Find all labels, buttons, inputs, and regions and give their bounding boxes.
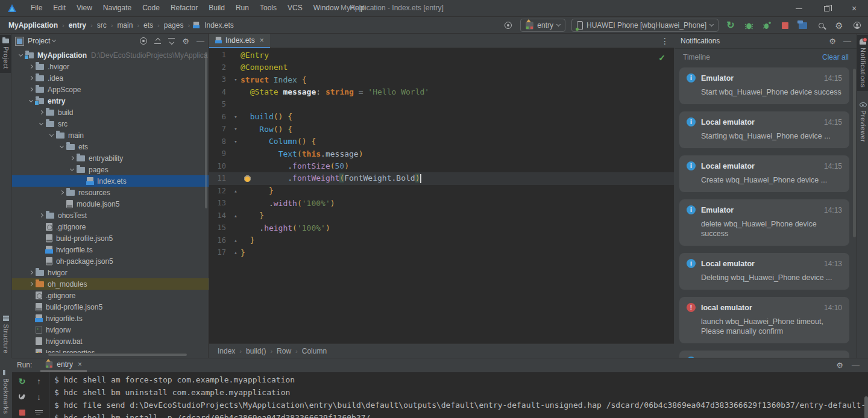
code-line-16[interactable]: 16▴ } (209, 234, 674, 247)
stop-button[interactable] (779, 19, 791, 31)
line-number[interactable]: 16 (209, 236, 231, 245)
expand-arrow-icon[interactable] (36, 123, 46, 125)
expand-arrow-icon[interactable] (26, 282, 36, 285)
editor-breadcrumb-item[interactable]: Column (301, 347, 328, 355)
line-number[interactable]: 9 (209, 149, 231, 158)
menu-item-refactor[interactable]: Refactor (165, 0, 203, 16)
tree-row-module-json5[interactable]: module.json5 (12, 198, 209, 210)
line-number[interactable]: 10 (209, 162, 231, 170)
line-number[interactable]: 11 (209, 174, 231, 182)
hide-panel-icon[interactable]: — (197, 37, 204, 45)
device-manager-button[interactable] (797, 19, 809, 31)
menu-item-tools[interactable]: Tools (254, 0, 282, 16)
code-line-10[interactable]: 10 .fontSize(50) (209, 160, 674, 173)
code-area[interactable]: 1@Entry2@Component3▾struct Index {4 @Sta… (209, 49, 674, 343)
rerun-icon[interactable]: ↻ (19, 376, 26, 386)
clear-all-link[interactable]: Clear all (822, 53, 849, 61)
device-selector[interactable]: HUAWEI Phone [wbqHuawei_Phone] (571, 19, 719, 32)
sidebar-item-bookmarks[interactable]: Bookmarks (0, 366, 11, 418)
line-number[interactable]: 8 (209, 137, 231, 146)
code-line-7[interactable]: 7▾ Row() { (209, 123, 674, 136)
soft-wrap-icon[interactable] (35, 410, 43, 416)
menu-item-code[interactable]: Code (137, 0, 165, 16)
stop-icon[interactable] (19, 410, 25, 416)
vertical-scrollbar[interactable] (864, 396, 868, 418)
menu-item-navigate[interactable]: Navigate (98, 0, 137, 16)
restore-button[interactable] (813, 0, 840, 17)
vertical-scrollbar[interactable] (853, 69, 856, 237)
tree-row-pages[interactable]: pages (12, 164, 209, 175)
breadcrumb-item[interactable]: ets (142, 21, 154, 30)
code-line-17[interactable]: 17▴} (209, 246, 674, 259)
collapse-all-icon[interactable] (168, 38, 175, 44)
sidebar-item-previewer[interactable]: Previewer (857, 99, 868, 146)
tree-row-local-properties[interactable]: local.properties (12, 347, 209, 353)
tree-row-resources[interactable]: resources (12, 187, 209, 198)
chevron-down-icon[interactable] (52, 38, 56, 42)
tree-row-build-profile-json5[interactable]: build-profile.json5 (12, 301, 209, 313)
code-line-2[interactable]: 2@Component (209, 61, 674, 74)
tree-row-ets[interactable]: ets (12, 141, 209, 152)
expand-arrow-icon[interactable] (36, 111, 46, 114)
module-selector[interactable]: entry (520, 19, 565, 32)
tree-row--hvigor[interactable]: .hvigor (12, 61, 209, 72)
editor-breadcrumb-item[interactable]: build() (245, 347, 267, 355)
code-line-14[interactable]: 14▴ } (209, 210, 674, 222)
hide-panel-icon[interactable]: — (843, 37, 851, 45)
code-line-8[interactable]: 8▾ Column() { (209, 136, 674, 148)
close-tab-icon[interactable]: × (78, 360, 82, 369)
inspection-ok-icon[interactable]: ✓ (658, 53, 665, 63)
up-arrow-icon[interactable]: ↑ (37, 376, 41, 386)
sidebar-item-notifications[interactable]: Notifications (857, 35, 868, 91)
tree-row-index-ets[interactable]: Index.ets (12, 175, 209, 187)
fold-marker-icon[interactable]: ▾ (231, 126, 241, 132)
wrench-icon[interactable] (19, 393, 26, 401)
line-number[interactable]: 5 (209, 100, 231, 108)
horizontal-scrollbar[interactable] (48, 354, 187, 356)
tree-row-oh-modules[interactable]: oh_modules (12, 278, 209, 290)
tree-row-main[interactable]: main (12, 129, 209, 141)
line-number[interactable]: 4 (209, 88, 231, 96)
code-line-11[interactable]: 11 .fontWeight(FontWeight.Bold) (209, 172, 674, 185)
fold-marker-icon[interactable]: ▾ (231, 114, 241, 120)
line-number[interactable]: 7 (209, 125, 231, 133)
breadcrumb-item[interactable]: entry (68, 21, 87, 30)
tree-row-entryability[interactable]: entryability (12, 152, 209, 164)
line-number[interactable]: 13 (209, 199, 231, 207)
tree-row-hvigorfile-ts[interactable]: hvigorfile.ts (12, 244, 209, 255)
menu-item-run[interactable]: Run (230, 0, 254, 16)
code-line-4[interactable]: 4 @State message: string = 'Hello World' (209, 86, 674, 99)
menu-item-window[interactable]: Window (308, 0, 345, 16)
fold-marker-icon[interactable]: ▾ (231, 76, 241, 83)
line-number[interactable]: 3 (209, 75, 231, 84)
tree-row-hvigorfile-ts[interactable]: hvigorfile.ts (12, 313, 209, 324)
expand-all-icon[interactable] (154, 38, 161, 44)
expand-arrow-icon[interactable] (67, 157, 77, 160)
menu-item-view[interactable]: View (71, 0, 98, 16)
menu-item-file[interactable]: File (25, 0, 48, 16)
expand-arrow-icon[interactable] (26, 76, 36, 80)
fold-marker-icon[interactable]: ▴ (231, 213, 241, 219)
editor-breadcrumb-item[interactable]: Row (275, 347, 292, 355)
sidebar-item-structure[interactable]: Structure (0, 312, 11, 357)
line-number[interactable]: 2 (209, 63, 231, 72)
tab-index-ets[interactable]: Index.ets × (209, 34, 270, 48)
tree-row-myapplication[interactable]: MyApplicationD:\DevEcoStudioProjects\MyA… (12, 49, 209, 61)
profile-button[interactable] (851, 19, 863, 31)
breadcrumb-item[interactable]: MyApplication (7, 21, 59, 30)
breadcrumb-item[interactable]: main (116, 21, 134, 30)
expand-arrow-icon[interactable] (26, 65, 36, 68)
expand-arrow-icon[interactable] (67, 169, 77, 170)
tree-row-src[interactable]: src (12, 118, 209, 129)
code-line-12[interactable]: 12▴ } (209, 185, 674, 198)
vertical-scrollbar[interactable] (205, 52, 207, 208)
gear-icon[interactable]: ⚙ (829, 37, 836, 45)
code-line-13[interactable]: 13 .width('100%') (209, 197, 674, 210)
fold-marker-icon[interactable]: ▴ (231, 249, 241, 255)
line-number[interactable]: 6 (209, 113, 231, 121)
expand-arrow-icon[interactable] (46, 134, 56, 136)
sidebar-item-project[interactable]: Project (0, 35, 11, 73)
gear-icon[interactable]: ⚙ (836, 361, 843, 369)
menu-item-edit[interactable]: Edit (48, 0, 71, 16)
expand-arrow-icon[interactable] (26, 88, 36, 91)
